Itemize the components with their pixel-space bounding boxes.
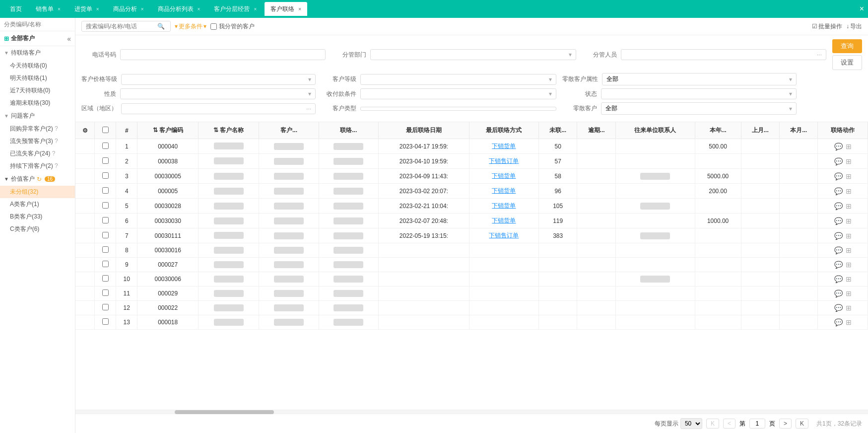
row-checkbox[interactable] bbox=[95, 139, 116, 154]
gender-select[interactable]: ▾ bbox=[120, 88, 316, 99]
reset-button[interactable]: 设置 bbox=[832, 55, 862, 70]
region-select[interactable]: ··· bbox=[121, 103, 316, 114]
message-icon[interactable]: 💬 bbox=[834, 232, 843, 240]
apps-icon[interactable]: ⊞ bbox=[846, 275, 852, 283]
row-checkbox[interactable] bbox=[95, 315, 116, 330]
row-last-contact-method[interactable] bbox=[469, 315, 538, 330]
row-last-contact-method[interactable]: 下销货单 bbox=[469, 169, 538, 184]
row-select-checkbox[interactable] bbox=[102, 143, 109, 149]
sidebar-item-ungroup[interactable]: 未分组(32) bbox=[0, 186, 75, 198]
prev-page-btn[interactable]: < bbox=[723, 419, 735, 429]
contact-method-link[interactable]: 下销货单 bbox=[492, 187, 516, 194]
row-last-contact-method[interactable] bbox=[469, 287, 538, 301]
apps-icon[interactable]: ⊞ bbox=[846, 172, 852, 180]
select-all-checkbox[interactable] bbox=[102, 127, 109, 133]
row-last-contact-method[interactable] bbox=[469, 258, 538, 272]
contact-method-link[interactable]: 下销售订单 bbox=[489, 157, 519, 164]
close-sales-tab[interactable]: × bbox=[58, 6, 61, 12]
horizontal-scrollbar[interactable] bbox=[75, 410, 868, 414]
row-last-contact-method[interactable]: 下销货单 bbox=[469, 139, 538, 154]
gear-settings-icon[interactable]: ⚙ bbox=[82, 127, 88, 134]
export-btn[interactable]: ↓ 导出 bbox=[846, 22, 862, 31]
row-last-contact-method[interactable]: 下销货单 bbox=[469, 199, 538, 214]
apps-icon[interactable]: ⊞ bbox=[846, 143, 852, 150]
sidebar-item-warning[interactable]: 流失预警客户(3) ? bbox=[0, 135, 75, 147]
contact-method-link[interactable]: 下销货单 bbox=[492, 172, 516, 179]
all-customers-header[interactable]: ⊞ 全部客户 « bbox=[0, 31, 75, 46]
tab-product-list[interactable]: 商品分析列表 × bbox=[152, 2, 206, 16]
row-select-checkbox[interactable] bbox=[102, 275, 109, 282]
row-last-contact-method[interactable] bbox=[469, 301, 538, 315]
customer-level-select[interactable]: ▾ bbox=[360, 74, 556, 85]
sidebar-item-abnormal[interactable]: 回购异常客户(2) ? bbox=[0, 123, 75, 135]
apps-icon[interactable]: ⊞ bbox=[846, 246, 852, 254]
apps-icon[interactable]: ⊞ bbox=[846, 261, 852, 269]
row-checkbox[interactable] bbox=[95, 243, 116, 258]
main-search-icon[interactable]: 🔍 bbox=[157, 23, 165, 30]
first-page-btn[interactable]: K bbox=[706, 419, 719, 429]
row-select-checkbox[interactable] bbox=[102, 217, 109, 223]
tab-customer-segment[interactable]: 客户分层经营 × bbox=[208, 2, 263, 16]
retail-attr-select[interactable]: 全部 ▾ bbox=[602, 73, 797, 85]
apps-icon[interactable]: ⊞ bbox=[846, 157, 852, 165]
row-select-checkbox[interactable] bbox=[102, 157, 109, 164]
refresh-icon[interactable]: ↻ bbox=[37, 176, 42, 183]
tab-customer-contact[interactable]: 客户联络 × bbox=[265, 2, 307, 16]
customer-type-select[interactable] bbox=[360, 107, 556, 111]
message-icon[interactable]: 💬 bbox=[834, 304, 843, 312]
close-purchase-tab[interactable]: × bbox=[96, 6, 99, 12]
per-page-select[interactable]: 50 bbox=[680, 418, 702, 429]
pending-group-header[interactable]: ▼ 待联络客户 bbox=[0, 46, 75, 60]
phone-input[interactable] bbox=[120, 49, 326, 60]
row-last-contact-method[interactable]: 下销货单 bbox=[469, 184, 538, 199]
row-checkbox[interactable] bbox=[95, 199, 116, 214]
row-last-contact-method[interactable]: 下销售订单 bbox=[469, 228, 538, 243]
row-select-checkbox[interactable] bbox=[102, 187, 109, 194]
person-select[interactable]: ··· bbox=[621, 49, 826, 60]
row-last-contact-method[interactable] bbox=[469, 272, 538, 287]
row-select-checkbox[interactable] bbox=[102, 304, 109, 310]
message-icon[interactable]: 💬 bbox=[834, 187, 843, 195]
row-checkbox[interactable] bbox=[95, 258, 116, 272]
contact-method-link[interactable]: 下销货单 bbox=[492, 202, 516, 209]
my-customers-checkbox[interactable] bbox=[210, 23, 217, 30]
message-icon[interactable]: 💬 bbox=[834, 318, 843, 326]
row-select-checkbox[interactable] bbox=[102, 289, 109, 296]
message-icon[interactable]: 💬 bbox=[834, 217, 843, 225]
message-icon[interactable]: 💬 bbox=[834, 275, 843, 283]
last-page-btn[interactable]: K bbox=[796, 419, 808, 429]
window-close-button[interactable]: × bbox=[860, 4, 864, 13]
message-icon[interactable]: 💬 bbox=[834, 172, 843, 180]
batch-operations-btn[interactable]: ☑ 批量操作 bbox=[812, 22, 842, 31]
tab-purchase[interactable]: 进货单 × bbox=[68, 2, 105, 16]
next-page-btn[interactable]: > bbox=[779, 419, 792, 429]
row-checkbox[interactable] bbox=[95, 214, 116, 228]
query-button[interactable]: 查询 bbox=[832, 39, 862, 53]
row-checkbox[interactable] bbox=[95, 169, 116, 184]
score-group-header[interactable]: ▼ 价值客户 ↻ 16 bbox=[0, 172, 75, 186]
problem-group-header[interactable]: ▼ 问题客户 bbox=[0, 109, 75, 123]
apps-icon[interactable]: ⊞ bbox=[846, 304, 852, 312]
price-level-select[interactable]: ▾ bbox=[121, 74, 316, 85]
sidebar-item-lost[interactable]: 已流失客户(24) ? bbox=[0, 147, 75, 160]
apps-icon[interactable]: ⊞ bbox=[846, 232, 852, 240]
message-icon[interactable]: 💬 bbox=[834, 289, 843, 297]
status-select[interactable]: ▾ bbox=[601, 88, 797, 99]
retail-customer-select[interactable]: 全部 ▾ bbox=[601, 102, 797, 115]
row-checkbox[interactable] bbox=[95, 154, 116, 169]
tab-sales[interactable]: 销售单 × bbox=[30, 2, 67, 16]
row-checkbox[interactable] bbox=[95, 228, 116, 243]
row-select-checkbox[interactable] bbox=[102, 246, 109, 253]
contact-method-link[interactable]: 下销售订单 bbox=[489, 232, 519, 239]
sidebar-item-declining[interactable]: 持续下滑客户(2) ? bbox=[0, 160, 75, 172]
collapse-icon[interactable]: « bbox=[67, 35, 71, 43]
sidebar-item-a-class[interactable]: A类客户(1) bbox=[0, 198, 75, 211]
row-last-contact-method[interactable]: 下销售订单 bbox=[469, 154, 538, 169]
dept-select[interactable]: ▾ bbox=[370, 49, 576, 60]
th-gear[interactable]: ⚙ bbox=[75, 122, 95, 139]
payment-select[interactable]: ▾ bbox=[360, 88, 556, 99]
row-last-contact-method[interactable] bbox=[469, 243, 538, 258]
close-customer-segment-tab[interactable]: × bbox=[254, 6, 257, 12]
close-product-analysis-tab[interactable]: × bbox=[141, 6, 144, 12]
row-select-checkbox[interactable] bbox=[102, 172, 109, 179]
